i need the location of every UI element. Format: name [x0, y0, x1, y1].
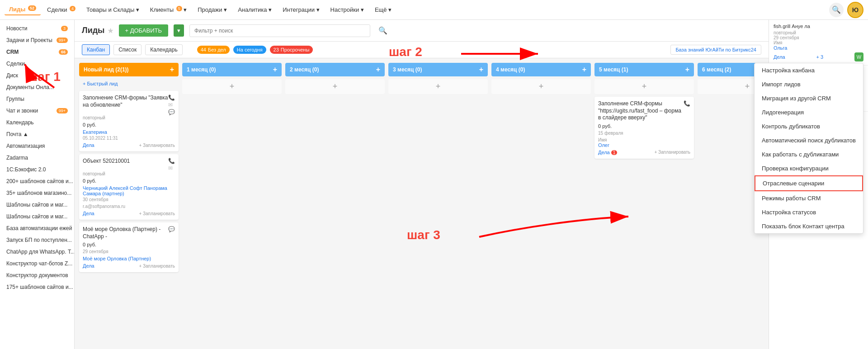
- dropdown-item-duplicates[interactable]: Контроль дубликатов: [755, 119, 863, 133]
- right-card-contact[interactable]: Ольга: [774, 45, 863, 51]
- comment-icon[interactable]: 💬: [168, 109, 175, 115]
- phone-icon[interactable]: 📞: [684, 100, 690, 123]
- kanban-add-btn-3month[interactable]: +: [388, 79, 488, 94]
- sidebar-item-chatbot[interactable]: Конструктор чат-ботов Z...: [0, 258, 74, 269]
- right-panel-card[interactable]: fish.grill Ануе ла повторный 29 сентября…: [769, 20, 868, 66]
- sidebar-item-site-templates1[interactable]: Шаблоны сайтов и маг...: [0, 199, 74, 211]
- card-plan[interactable]: + Запланировать: [139, 143, 175, 148]
- nav-deals[interactable]: Сделки 4: [42, 5, 80, 15]
- card-deals[interactable]: Дела 1: [598, 150, 617, 155]
- kanban-col-header-3month: 3 месяц (0) +: [388, 63, 488, 76]
- filter-no-deals[interactable]: 44 Без дел: [197, 46, 230, 54]
- filter-today[interactable]: На сегодня: [233, 46, 266, 54]
- dropdown-item-contact-center[interactable]: Показать блок Контакт центра: [755, 219, 863, 233]
- kanban-add-btn-1month[interactable]: +: [182, 79, 282, 94]
- dropdown-item-kanban-settings[interactable]: Настройка канбана: [755, 63, 863, 77]
- dropdown-item-crm-modes[interactable]: Режимы работы CRM: [755, 191, 863, 205]
- kanban-col-header-4month: 4 месяц (0) +: [491, 63, 591, 76]
- card-deals[interactable]: Дела: [83, 142, 94, 148]
- add-button-dropdown[interactable]: ▾: [174, 24, 184, 37]
- knowledge-base-button[interactable]: База знаний ЮгАйТи по Битрикс24: [670, 45, 761, 55]
- right-card-deal-plus[interactable]: + 3: [816, 54, 824, 60]
- kanban-card[interactable]: Заполнение CRM-формы "Заявка на обновлен…: [79, 91, 179, 151]
- email-icon[interactable]: ✉: [168, 165, 175, 171]
- dropdown-item-migration[interactable]: Миграция из другой CRM: [755, 91, 863, 105]
- card-title: Объект 520210001: [83, 158, 130, 170]
- card-price: 0 руб.: [83, 242, 175, 247]
- sidebar-item-35templates[interactable]: 35+ шаблонов магазино...: [0, 187, 74, 199]
- kanban-card[interactable]: Объект 520210001 📞 ✉ повторный 0 руб. Че…: [79, 154, 179, 220]
- card-contact[interactable]: Черницкий Алексей Софт Панорама Самара (…: [83, 185, 175, 196]
- kanban-column-new-lead: Новый лид (2(1)) + + Быстрый лид Заполне…: [79, 63, 179, 344]
- search-icon[interactable]: 🔍: [376, 24, 390, 38]
- kanban-column-4month: 4 месяц (0) + +: [491, 63, 591, 344]
- nav-integrations[interactable]: Интеграции ▾: [278, 5, 324, 15]
- sidebar-item-calendar[interactable]: Календарь: [0, 117, 74, 128]
- card-contact[interactable]: Моё море Орловка (Партнер): [83, 256, 175, 261]
- sidebar-item-site-templates2[interactable]: Шаблоны сайтов и маг...: [0, 211, 74, 222]
- sidebar-item-200templates[interactable]: 200+ шаблонов сайтов и...: [0, 175, 74, 187]
- card-deals[interactable]: Дела: [83, 211, 94, 216]
- nav-more[interactable]: Ещё ▾: [370, 5, 396, 15]
- nav-leads[interactable]: Лиды 52: [5, 4, 41, 15]
- sidebar-item-chatapp[interactable]: ChatApp для WhatsApp. Т...: [0, 246, 74, 258]
- quick-add-lead[interactable]: + Быстрый лид: [79, 79, 179, 88]
- kanban-add-btn-2month[interactable]: +: [285, 79, 385, 94]
- dropdown-item-auto-duplicates[interactable]: Автоматический поиск дубликатов: [755, 133, 863, 147]
- sidebar-item-1c[interactable]: 1С:Бэкофис 2.0: [0, 164, 74, 175]
- main-layout: Новости 3 Задачи и Проекты 99+ CRM 66 Сд…: [0, 20, 868, 349]
- sidebar-item-zadarma[interactable]: Zadarma: [0, 152, 74, 164]
- nav-products[interactable]: Товары и Склады ▾: [82, 5, 144, 15]
- dropdown-item-work-duplicates[interactable]: Как работать с дубликатами: [755, 147, 863, 161]
- right-card-deals[interactable]: Дела: [774, 54, 785, 60]
- comment-icon[interactable]: 💬: [168, 226, 175, 242]
- card-plan[interactable]: + Запланировать: [139, 211, 175, 216]
- sidebar-item-chat[interactable]: Чат и звонки 99+: [0, 105, 74, 117]
- sidebar-item-doc-constructor[interactable]: Конструктор документов: [0, 269, 74, 281]
- kanban-add-btn-4month[interactable]: +: [491, 79, 591, 94]
- dropdown-item-industry-scenarios[interactable]: Отраслевые сценарии: [755, 175, 863, 191]
- view-kanban-button[interactable]: Канбан: [82, 44, 110, 55]
- add-button[interactable]: + ДОБАВИТЬ: [119, 24, 169, 37]
- email-icon[interactable]: ✉: [168, 102, 175, 108]
- card-deals[interactable]: Дела: [83, 263, 94, 269]
- card-plan[interactable]: + Запланировать: [654, 150, 690, 155]
- sidebar-item-automation[interactable]: Автоматизация: [0, 140, 74, 152]
- view-list-button[interactable]: Список: [113, 44, 142, 55]
- filter-overdue[interactable]: 23 Просрочены: [270, 46, 313, 54]
- nav-clients[interactable]: Клиенты 5 ▾: [146, 5, 191, 15]
- sidebar-item-disk[interactable]: Диск: [0, 70, 74, 81]
- sidebar-item-deals[interactable]: Сделки: [0, 58, 74, 70]
- kanban-card[interactable]: Заполнение CRM-формы "https://ugits.ru/f…: [594, 97, 694, 159]
- nav-settings[interactable]: Настройки ▾: [326, 5, 368, 15]
- sidebar-item-mail[interactable]: Почта ▲: [0, 128, 74, 140]
- filter-search-input[interactable]: [189, 24, 370, 37]
- sidebar-item-bp-launch[interactable]: Запуск БП по поступлен...: [0, 234, 74, 246]
- avatar-button[interactable]: Ю: [847, 2, 863, 18]
- sidebar-item-crm[interactable]: CRM 66: [0, 46, 74, 58]
- sidebar-item-news[interactable]: Новости 3: [0, 23, 74, 34]
- sidebar-item-groups[interactable]: Группы: [0, 93, 74, 105]
- phone-icon[interactable]: 📞: [168, 94, 175, 101]
- kanban-add-btn-5month[interactable]: +: [594, 79, 694, 94]
- star-icon[interactable]: ★: [108, 27, 113, 34]
- card-footer: Дела + Запланировать: [83, 211, 175, 216]
- sidebar-item-175templates[interactable]: 175+ шаблонов сайтов и...: [0, 281, 74, 293]
- card-contact[interactable]: Олег: [598, 142, 690, 148]
- sidebar-item-auto-base[interactable]: База автоматизации ежей: [0, 222, 74, 234]
- phone-icon[interactable]: 📞: [168, 158, 175, 164]
- kanban-card[interactable]: Моё море Орловка (Партнер) - ChatApp - 💬…: [79, 222, 179, 272]
- nav-sales[interactable]: Продажи ▾: [193, 5, 231, 15]
- search-icon-btn[interactable]: 🔍: [829, 3, 844, 17]
- dropdown-item-lead-gen[interactable]: Лидогенерация: [755, 105, 863, 119]
- view-calendar-button[interactable]: Календарь: [145, 44, 183, 55]
- sidebar-item-tasks[interactable]: Задачи и Проекты 99+: [0, 34, 74, 46]
- dropdown-item-status-settings[interactable]: Настройка статусов: [755, 205, 863, 219]
- dropdown-item-import-leads[interactable]: Импорт лидов: [755, 77, 863, 91]
- sidebar-item-docs[interactable]: Документы Онла...: [0, 81, 74, 93]
- nav-analytics[interactable]: Аналитика ▾: [233, 5, 276, 15]
- social-icon-green[interactable]: W: [854, 52, 863, 61]
- card-contact[interactable]: Екатерина: [83, 129, 175, 135]
- dropdown-item-config-check[interactable]: Проверка конфигурации: [755, 161, 863, 175]
- card-plan[interactable]: + Запланировать: [139, 264, 175, 269]
